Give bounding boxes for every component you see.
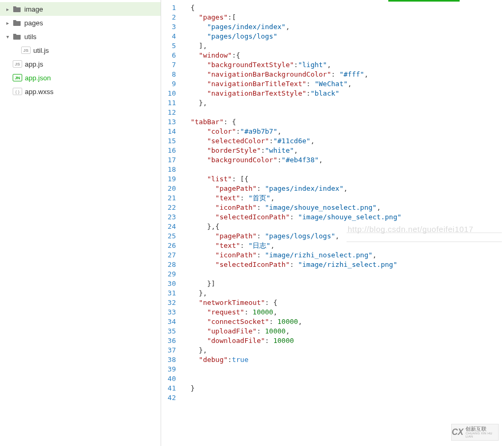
code-line[interactable]: "pages/logs/logs" bbox=[182, 32, 402, 41]
code-token: "iconPath" bbox=[182, 203, 257, 211]
code-token: : bbox=[265, 337, 274, 345]
line-number: 32 bbox=[161, 298, 176, 308]
code-token: "selectedIconPath" bbox=[182, 261, 290, 268]
code-line[interactable]: "navigationBarTitleText": "WeChat", bbox=[182, 79, 402, 89]
line-number: 3 bbox=[161, 22, 176, 32]
code-line[interactable]: "selectedIconPath": "image/rizhi_select.… bbox=[182, 260, 402, 270]
tab-active-marker bbox=[388, 0, 460, 2]
line-number: 13 bbox=[161, 117, 176, 127]
code-line[interactable]: "tabBar": { bbox=[182, 117, 402, 127]
code-line[interactable]: "downloadFile": 10000 bbox=[182, 336, 402, 346]
item-label: util.js bbox=[33, 47, 49, 54]
code-token: :[ bbox=[228, 13, 236, 21]
code-token bbox=[182, 108, 191, 116]
code-line[interactable]: "borderStyle":"white", bbox=[182, 146, 402, 155]
code-line[interactable]: "selectedIconPath": "image/shouye_select… bbox=[182, 212, 402, 222]
code-line[interactable]: "request": 10000, bbox=[182, 308, 402, 317]
code-token: "selectedIconPath" bbox=[182, 213, 290, 221]
code-token: "pages" bbox=[182, 13, 228, 21]
code-line[interactable]: "navigationBarBackgroundColor": "#fff", bbox=[182, 70, 402, 79]
file-item[interactable]: JSapp.js bbox=[0, 57, 161, 71]
line-number: 38 bbox=[161, 355, 176, 365]
folder-item[interactable]: ▸pages bbox=[0, 16, 161, 30]
code-line[interactable]: "debug":true bbox=[182, 355, 402, 365]
code-line[interactable] bbox=[182, 374, 402, 384]
code-token: "debug" bbox=[182, 356, 228, 364]
code-token: :{ bbox=[232, 51, 240, 59]
item-label: app.json bbox=[25, 74, 51, 82]
code-line[interactable] bbox=[182, 365, 402, 374]
line-number: 20 bbox=[161, 184, 176, 193]
code-token bbox=[182, 165, 191, 173]
folder-item[interactable]: ▸image bbox=[0, 2, 161, 16]
code-line[interactable]: "list": [{ bbox=[182, 174, 402, 184]
code-line[interactable]: "selectedColor":"#11cd6e", bbox=[182, 136, 402, 146]
line-number: 35 bbox=[161, 327, 176, 336]
code-line[interactable]: ], bbox=[182, 41, 402, 51]
code-line[interactable]: "pages/index/index", bbox=[182, 22, 402, 32]
code-token: "pages/index/index" bbox=[265, 184, 344, 192]
line-number: 21 bbox=[161, 193, 176, 203]
file-item[interactable]: JSutil.js bbox=[0, 43, 161, 57]
code-line[interactable]: "iconPath": "image/shouye_noselect.png", bbox=[182, 203, 402, 212]
code-token: "tabBar" bbox=[182, 118, 223, 126]
code-token: : bbox=[257, 184, 265, 192]
code-token: : bbox=[290, 261, 298, 268]
code-token: , bbox=[270, 241, 275, 249]
code-line[interactable]: "color":"#a9b7b7", bbox=[182, 127, 402, 136]
code-line[interactable]: "backgroundTextStyle":"light", bbox=[182, 60, 402, 70]
code-token: , bbox=[377, 203, 381, 211]
code-line[interactable]: "backgroundColor":"#eb4f38", bbox=[182, 155, 402, 165]
logo-mark: CX bbox=[452, 428, 463, 437]
code-line[interactable]: "pagePath": "pages/logs/logs", bbox=[182, 231, 402, 241]
code-line[interactable]: "uploadFile": 10000, bbox=[182, 327, 402, 336]
code-line[interactable]: "window":{ bbox=[182, 51, 402, 60]
code-token: , bbox=[311, 137, 315, 145]
line-number: 36 bbox=[161, 336, 176, 346]
line-number: 17 bbox=[161, 155, 176, 165]
file-type-icon: JS bbox=[21, 47, 31, 54]
code-line[interactable]: }, bbox=[182, 289, 402, 298]
logo-badge: CX 创新互联 CHUANG XIN HU LIAN bbox=[451, 424, 499, 441]
code-line[interactable]: "pages":[ bbox=[182, 13, 402, 22]
code-line[interactable]: },{ bbox=[182, 222, 402, 231]
line-number: 37 bbox=[161, 346, 176, 355]
code-line[interactable]: }, bbox=[182, 98, 402, 108]
code-line[interactable]: }, bbox=[182, 346, 402, 355]
code-token: "downloadFile" bbox=[182, 337, 265, 345]
code-token: , bbox=[294, 146, 298, 154]
code-token: "navigationBarTitleText" bbox=[182, 80, 306, 88]
code-content[interactable]: { "pages":[ "pages/index/index", "pages/… bbox=[182, 0, 402, 446]
code-line[interactable] bbox=[182, 165, 402, 174]
code-line[interactable]: } bbox=[182, 384, 402, 393]
item-label: pages bbox=[24, 19, 43, 27]
line-number: 19 bbox=[161, 174, 176, 184]
file-item[interactable]: JNapp.json bbox=[0, 71, 161, 85]
folder-item[interactable]: ▾utils bbox=[0, 30, 161, 43]
code-line[interactable]: "text": "日志", bbox=[182, 241, 402, 250]
code-line[interactable] bbox=[182, 270, 402, 279]
code-token: "iconPath" bbox=[182, 251, 257, 259]
code-line[interactable]: "text": "首页", bbox=[182, 193, 402, 203]
code-line[interactable]: "networkTimeout": { bbox=[182, 298, 402, 308]
code-line[interactable]: { bbox=[182, 3, 402, 13]
line-number: 9 bbox=[161, 79, 176, 89]
code-token: : bbox=[331, 70, 340, 78]
code-editor[interactable]: 1234567891011121314151617181920212223242… bbox=[161, 0, 504, 446]
code-token: : bbox=[240, 194, 249, 202]
code-line[interactable] bbox=[182, 108, 402, 117]
code-line[interactable]: "navigationBarTextStyle":"black" bbox=[182, 89, 402, 98]
code-token: "image/shouye_select.png" bbox=[298, 213, 402, 221]
line-number: 1 bbox=[161, 3, 176, 13]
line-number: 14 bbox=[161, 127, 176, 136]
code-token: : bbox=[277, 156, 282, 164]
chevron-icon: ▸ bbox=[6, 20, 12, 26]
code-line[interactable]: "pagePath": "pages/index/index", bbox=[182, 184, 402, 193]
code-line[interactable] bbox=[182, 393, 402, 403]
code-line[interactable]: "connectSocket": 10000, bbox=[182, 317, 402, 327]
code-token: "日志" bbox=[248, 241, 270, 249]
code-line[interactable]: "iconPath": "image/rizhi_noselect.png", bbox=[182, 250, 402, 260]
logo-label: 创新互联 bbox=[465, 426, 487, 432]
file-item[interactable]: { }app.wxss bbox=[0, 85, 161, 98]
code-line[interactable]: }] bbox=[182, 279, 402, 289]
